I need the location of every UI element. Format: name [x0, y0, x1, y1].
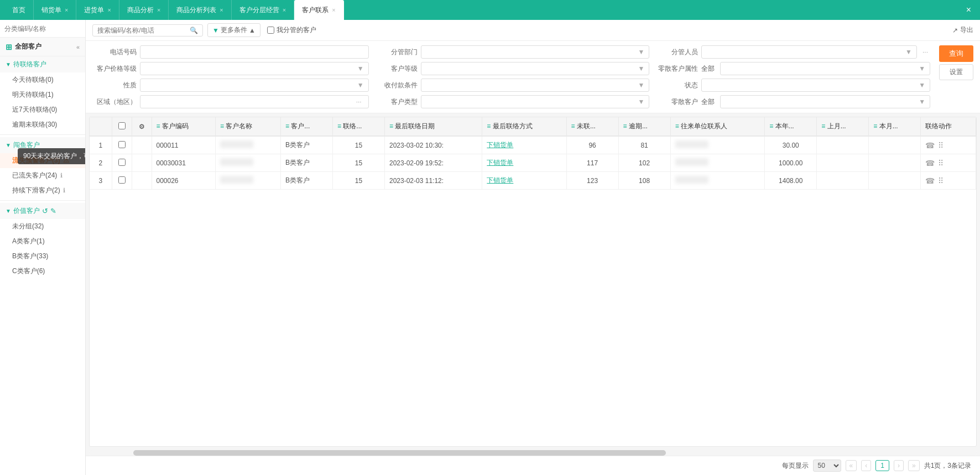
chevron-down-icon: ▼ — [357, 65, 364, 72]
sidebar-item-class-b[interactable]: B类客户(33) — [0, 249, 85, 264]
next-page-button[interactable]: › — [894, 460, 904, 471]
my-customers-checkbox[interactable] — [267, 27, 274, 34]
export-button[interactable]: ↗ 导出 — [952, 25, 973, 35]
sidebar-group-churn-customers[interactable]: ▼ 闯鱼客户 — [0, 137, 85, 153]
search-button[interactable]: 🔍 — [190, 27, 198, 34]
query-button[interactable]: 查询 — [939, 45, 973, 62]
region-select[interactable]: ··· — [140, 95, 369, 108]
sidebar-item-today-pending[interactable]: 今天待联络(0) — [0, 72, 85, 87]
row-checkbox[interactable] — [112, 172, 132, 190]
customer-level-select[interactable]: ▼ — [421, 62, 650, 75]
tab-close-icon[interactable]: × — [157, 7, 160, 13]
more-conditions-button[interactable]: ▼ 更多条件 ▲ — [207, 23, 260, 37]
tab-close-icon[interactable]: × — [220, 7, 223, 13]
row-checkbox[interactable] — [112, 136, 132, 154]
payment-select[interactable]: ▼ — [421, 79, 650, 92]
tab-product-analysis-list[interactable]: 商品分析列表 × — [169, 0, 231, 20]
filter-status: 状态 ▼ — [654, 79, 930, 92]
sidebar-all-customers[interactable]: ⊞ 全部客户 « — [0, 38, 85, 56]
settings-button[interactable]: 设置 — [939, 64, 973, 80]
select-all-checkbox[interactable] — [118, 122, 126, 129]
col-header-last-contact-date: ≡ 最后联络日期 — [384, 117, 482, 136]
col-header-this-year: ≡ 本年... — [765, 117, 817, 136]
row-name — [215, 172, 280, 190]
price-level-select[interactable]: ▼ — [140, 62, 369, 75]
row-last-month — [817, 154, 869, 172]
more-actions-icon[interactable]: ⠿ — [938, 176, 943, 185]
tab-customer-contact[interactable]: 客户联系 × — [294, 0, 343, 20]
more-options-icon[interactable]: ··· — [920, 48, 930, 56]
dept-select[interactable]: ▼ — [421, 45, 650, 59]
row-action[interactable]: ☎ ⠿ — [921, 154, 976, 172]
gender-select[interactable]: ▼ — [140, 79, 369, 92]
close-all-tabs-button[interactable]: × — [962, 5, 976, 15]
manager-select[interactable]: ▼ — [701, 45, 917, 59]
row-no-contact: 117 — [566, 154, 618, 172]
phone-input[interactable] — [140, 45, 369, 59]
collapse-icon[interactable]: « — [76, 44, 80, 50]
tab-customer-segmentation[interactable]: 客户分层经营 × — [232, 0, 294, 20]
sidebar-item-ungrouped[interactable]: 未分组(32) — [0, 219, 85, 234]
edit-icon[interactable]: ✎ — [50, 207, 56, 215]
search-input[interactable] — [97, 27, 190, 34]
status-select[interactable]: ▼ — [701, 79, 930, 92]
tab-close-icon[interactable]: × — [283, 7, 286, 13]
last-page-button[interactable]: » — [908, 460, 920, 471]
page-size-select[interactable]: 50 100 200 — [813, 460, 841, 472]
zero-retail-select[interactable]: ▼ — [720, 62, 930, 75]
sidebar-item-class-a[interactable]: A类客户(1) — [0, 234, 85, 249]
col-check-header[interactable] — [112, 117, 132, 136]
my-customers-checkbox-group[interactable]: 我分管的客户 — [267, 25, 316, 35]
sort-prefix: ≡ — [873, 122, 877, 130]
more-actions-icon[interactable]: ⠿ — [938, 159, 943, 168]
sidebar-item-class-c[interactable]: C类客户(6) — [0, 264, 85, 279]
zero-customer-select[interactable]: ▼ — [720, 95, 930, 108]
sidebar-item-declining[interactable]: 持续下滑客户(2) ℹ — [0, 183, 85, 198]
prev-page-button[interactable]: ‹ — [861, 460, 871, 471]
row-last-contact-method[interactable]: 下销货单 — [482, 136, 566, 154]
tab-home[interactable]: 首页 — [4, 0, 34, 20]
sidebar-item-churn-warning[interactable]: 流失预警客户(3) ⚠ — [0, 153, 85, 168]
sidebar-item-7days-pending[interactable]: 近7天待联络(0) — [0, 102, 85, 117]
row-checkbox[interactable] — [112, 154, 132, 172]
contact-icon[interactable]: ☎ — [925, 159, 935, 168]
sidebar-search-input[interactable] — [4, 25, 86, 33]
row-action[interactable]: ☎ ⠿ — [921, 136, 976, 154]
tab-product-analysis[interactable]: 商品分析 × — [119, 0, 169, 20]
sidebar-group-pending-contact[interactable]: ▼ 待联络客户 — [0, 56, 85, 72]
row-this-year: 30.00 — [765, 136, 817, 154]
row-contact: 15 — [332, 136, 384, 154]
col-header-this-month: ≡ 本月... — [869, 117, 921, 136]
sidebar-item-tomorrow-pending[interactable]: 明天待联络(1) — [0, 87, 85, 102]
row-name — [215, 154, 280, 172]
sidebar-item-already-churned[interactable]: 已流失客户(24) ℹ — [0, 168, 85, 183]
filter-customer-level: 客户等级 ▼ — [373, 62, 650, 75]
contact-icon[interactable]: ☎ — [925, 176, 935, 185]
filter-region: 区域（地区） ··· — [92, 95, 369, 108]
row-action[interactable]: ☎ ⠿ — [921, 172, 976, 190]
refresh-icon[interactable]: ↺ — [42, 207, 48, 215]
tab-close-icon[interactable]: × — [65, 7, 68, 13]
scrollbar-thumb[interactable] — [133, 450, 666, 456]
horizontal-scrollbar[interactable] — [89, 450, 977, 456]
more-options-icon[interactable]: ··· — [354, 98, 364, 106]
first-page-button[interactable]: « — [846, 460, 857, 471]
col-setting-header[interactable]: ⚙ — [132, 117, 152, 136]
row-last-contact-method[interactable]: 下销货单 — [482, 172, 566, 190]
row-overdue: 81 — [618, 136, 670, 154]
row-last-contact-method[interactable]: 下销货单 — [482, 154, 566, 172]
tab-sales-order[interactable]: 销货单 × — [34, 0, 76, 20]
tab-close-icon[interactable]: × — [107, 7, 111, 13]
row-num: 2 — [90, 154, 112, 172]
sidebar-item-overdue-contact[interactable]: 逾期未联络(30) — [0, 117, 85, 132]
tab-purchase-order[interactable]: 进货单 × — [76, 0, 119, 20]
row-last-month — [817, 136, 869, 154]
row-last-contact-date: 2023-03-02 10:30: — [384, 136, 482, 154]
customer-type-select[interactable]: ▼ — [421, 95, 650, 108]
row-no-contact: 96 — [566, 136, 618, 154]
contact-icon[interactable]: ☎ — [925, 141, 935, 150]
more-actions-icon[interactable]: ⠿ — [938, 141, 943, 150]
sidebar-group-value-customers[interactable]: ▼ 价值客户 ↺ ✎ — [0, 203, 85, 219]
col-header-overdue: ≡ 逾期... — [618, 117, 670, 136]
tab-close-icon[interactable]: × — [332, 7, 335, 13]
